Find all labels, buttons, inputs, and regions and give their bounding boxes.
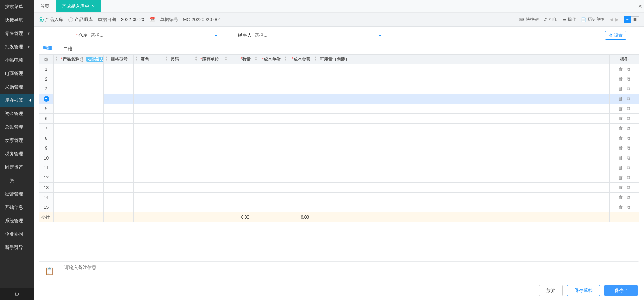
cell[interactable] (253, 143, 283, 153)
table-row[interactable]: 9🗑⧉ (39, 143, 639, 153)
sidebar-item-4[interactable]: 小畅电商 (0, 54, 34, 67)
sidebar-item-7[interactable]: 库存核算 (0, 94, 34, 107)
cell[interactable] (54, 143, 104, 153)
cell[interactable] (104, 202, 134, 212)
cell[interactable] (104, 104, 134, 114)
cell[interactable] (223, 143, 253, 153)
settings-button[interactable]: ⚙设置 (605, 31, 626, 40)
cell[interactable] (253, 193, 283, 202)
cell[interactable] (163, 143, 193, 153)
cell[interactable] (223, 114, 253, 124)
cell[interactable] (193, 143, 223, 153)
cell[interactable] (134, 183, 163, 193)
cell[interactable] (253, 64, 283, 74)
cell[interactable] (163, 114, 193, 124)
cell[interactable] (193, 84, 223, 94)
cell[interactable] (163, 94, 193, 104)
copy-row-icon[interactable]: ⧉ (627, 136, 630, 141)
table-row[interactable]: 14🗑⧉ (39, 193, 639, 202)
cell[interactable] (283, 84, 313, 94)
cell[interactable] (193, 163, 223, 173)
cell[interactable] (193, 94, 223, 104)
help-icon[interactable]: ? (80, 57, 84, 62)
cell[interactable] (313, 64, 610, 74)
copy-row-icon[interactable]: ⧉ (627, 205, 630, 210)
sidebar-item-17[interactable]: 企业协同 (0, 227, 34, 241)
cell[interactable] (104, 74, 134, 84)
print-link[interactable]: 🖨打印 (543, 17, 558, 23)
cell[interactable] (193, 114, 223, 124)
copy-row-icon[interactable]: ⧉ (627, 106, 630, 112)
table-row[interactable]: 8🗑⧉ (39, 133, 639, 143)
sidebar-item-9[interactable]: 总账管理 (0, 120, 34, 134)
cell[interactable] (104, 133, 134, 143)
delete-row-icon[interactable]: 🗑 (618, 185, 623, 190)
history-link[interactable]: 📄历史单据 (581, 17, 605, 23)
th-color[interactable]: ▲▼颜色 (134, 55, 163, 64)
th-product-name[interactable]: ▲▼*产品名称?扫码录入 (54, 55, 104, 64)
cell[interactable] (54, 104, 104, 114)
cell[interactable] (134, 64, 163, 74)
sidebar-item-3[interactable]: 批发管理▼ (0, 40, 34, 54)
cell[interactable] (223, 202, 253, 212)
calendar-icon[interactable]: 📅 (149, 17, 155, 22)
sidebar-item-14[interactable]: 经营管理 (0, 187, 34, 201)
column-settings-icon[interactable]: ⚙ (39, 55, 54, 64)
cell[interactable] (134, 114, 163, 124)
th-unit[interactable]: ▲▼*库存单位 (193, 55, 223, 64)
cell[interactable] (253, 74, 283, 84)
table-row[interactable]: 6🗑⧉ (39, 114, 639, 124)
cell[interactable] (313, 133, 610, 143)
warehouse-input[interactable] (90, 32, 217, 38)
copy-row-icon[interactable]: ⧉ (627, 96, 630, 102)
copy-row-icon[interactable]: ⧉ (627, 175, 630, 181)
cell[interactable] (193, 74, 223, 84)
cell[interactable] (253, 114, 283, 124)
copy-row-icon[interactable]: ⧉ (627, 76, 630, 82)
cell[interactable] (283, 202, 313, 212)
copy-row-icon[interactable]: ⧉ (627, 67, 630, 72)
shortcut-link[interactable]: ⌨快捷键 (519, 17, 539, 23)
cell[interactable] (54, 193, 104, 202)
more-icon[interactable]: ··· (379, 32, 380, 38)
cell[interactable] (163, 104, 193, 114)
cell[interactable] (134, 173, 163, 183)
delete-row-icon[interactable]: 🗑 (618, 195, 623, 200)
copy-row-icon[interactable]: ⧉ (627, 195, 630, 200)
cell[interactable] (193, 64, 223, 74)
cell[interactable] (104, 84, 134, 94)
cell[interactable] (283, 74, 313, 84)
sidebar-item-15[interactable]: 基础信息 (0, 201, 34, 214)
sidebar-settings-icon[interactable]: ⚙ (0, 288, 34, 300)
cell[interactable] (104, 173, 134, 183)
table-row[interactable]: 13🗑⧉ (39, 183, 639, 193)
cell[interactable] (163, 202, 193, 212)
cell[interactable] (193, 193, 223, 202)
cell[interactable] (54, 133, 104, 143)
cell[interactable] (163, 183, 193, 193)
scan-badge[interactable]: 扫码录入 (86, 57, 104, 62)
cell[interactable] (283, 173, 313, 183)
delete-row-icon[interactable]: 🗑 (618, 96, 623, 102)
close-all-icon[interactable]: × (638, 2, 642, 10)
cell[interactable] (134, 143, 163, 153)
cell[interactable] (54, 64, 104, 74)
cell[interactable] (313, 183, 610, 193)
table-row[interactable]: 7🗑⧉ (39, 124, 639, 133)
close-icon[interactable]: × (92, 4, 95, 9)
cell[interactable] (253, 153, 283, 163)
cell[interactable] (313, 153, 610, 163)
cell[interactable] (313, 143, 610, 153)
sidebar-item-6[interactable]: 采购管理 (0, 80, 34, 94)
discard-button[interactable]: 放弃 (539, 285, 563, 296)
delete-row-icon[interactable]: 🗑 (618, 155, 623, 161)
cell[interactable] (104, 124, 134, 133)
add-row-icon[interactable]: + (44, 96, 49, 102)
table-row[interactable]: 15🗑⧉ (39, 202, 639, 212)
cell[interactable] (253, 84, 283, 94)
cell[interactable] (223, 133, 253, 143)
delete-row-icon[interactable]: 🗑 (618, 106, 623, 112)
cell[interactable] (104, 114, 134, 124)
cell[interactable] (283, 153, 313, 163)
cell[interactable] (313, 74, 610, 84)
